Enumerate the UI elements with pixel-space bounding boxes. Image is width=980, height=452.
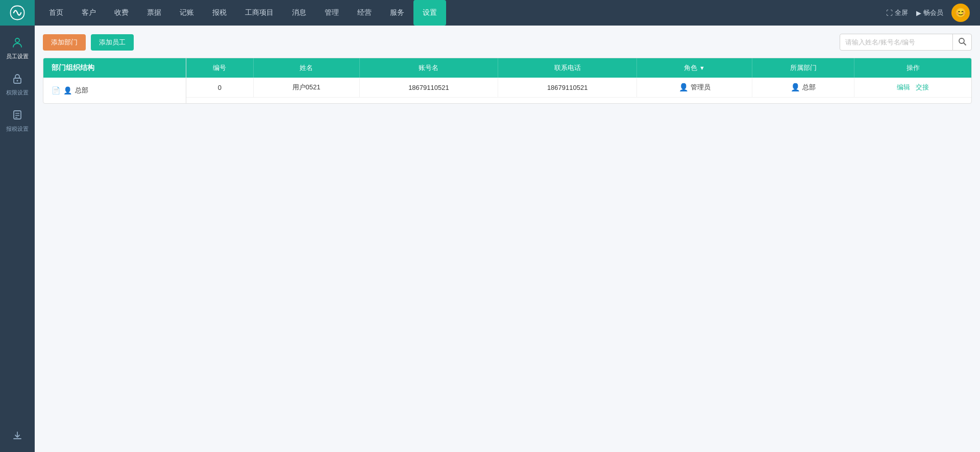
cell-name: 用户0521 [253,78,359,98]
table-row: 0 用户0521 18679110521 18679110521 👤 管理员 👤… [186,78,971,98]
nav-item-manage[interactable]: 管理 [315,0,348,26]
main-content: 添加部门 添加员工 部门组织结构 [35,26,980,452]
content-panel: 部门组织结构 📄 👤 总部 编号 姓名 账号名 [43,58,972,104]
cell-account: 18679110521 [359,78,498,98]
col-phone: 联系电话 [498,58,637,78]
cell-action: 编辑 交接 [854,78,971,98]
fullscreen-label: 全屏 [895,8,908,17]
nav-item-business[interactable]: 工商项目 [236,0,283,26]
search-button[interactable] [952,34,971,50]
sidebar-item-permission[interactable]: 权限设置 [0,67,35,101]
col-action: 操作 [854,58,971,78]
col-dept: 所属部门 [752,58,854,78]
nav-item-settings[interactable]: 设置 [413,0,446,26]
col-name: 姓名 [253,58,359,78]
nav-item-message[interactable]: 消息 [283,0,315,26]
sidebar-permission-label: 权限设置 [6,89,29,97]
dept-tree-body: 📄 👤 总部 [43,78,186,103]
role-user-icon: 👤 [679,83,689,92]
top-nav: 首页 客户 收费 票据 记账 报税 工商项目 消息 管理 经营 服务 设置 ⛶ … [0,0,980,26]
nav-item-bookkeeping[interactable]: 记账 [170,0,203,26]
role-name: 管理员 [691,83,710,92]
dept-name: 总部 [75,86,88,95]
employee-table: 编号 姓名 账号名 联系电话 角色 ▼ 所属部门 操作 [186,58,971,98]
col-account: 账号名 [359,58,498,78]
nav-item-fee[interactable]: 收费 [105,0,138,26]
vip-btn[interactable]: ▶ 畅会员 [916,8,943,17]
search-input[interactable] [840,35,952,49]
add-emp-button[interactable]: 添加员工 [91,34,134,51]
sidebar-item-employee[interactable]: 员工设置 [0,31,35,64]
svg-line-8 [964,43,966,45]
dept-name-cell: 总部 [802,83,816,92]
lock-icon [12,73,23,87]
nav-items: 首页 客户 收费 票据 记账 报税 工商项目 消息 管理 经营 服务 设置 [35,0,886,26]
svg-point-0 [15,38,19,42]
nav-item-service[interactable]: 服务 [381,0,413,26]
vip-icon: ▶ [916,9,921,17]
sidebar-employee-label: 员工设置 [6,53,29,60]
dept-tree-header: 部门组织结构 [43,58,186,78]
cell-dept: 👤 总部 [752,78,854,98]
add-dept-button[interactable]: 添加部门 [43,34,86,51]
handover-link[interactable]: 交接 [916,83,929,91]
tax-icon [12,109,23,123]
download-icon [12,430,23,443]
doc-icon: 📄 [52,86,60,94]
search-area [840,34,972,51]
emp-table-area: 编号 姓名 账号名 联系电话 角色 ▼ 所属部门 操作 [186,58,971,103]
search-icon [958,37,966,47]
nav-item-tax[interactable]: 报税 [203,0,236,26]
col-id: 编号 [186,58,253,78]
sidebar-item-taxsetting[interactable]: 报税设置 [0,103,35,137]
dept-user-icon: 👤 [791,83,800,92]
layout: 员工设置 权限设置 报税设置 [0,26,980,452]
avatar-icon: 😊 [955,7,966,18]
dept-tree-item-general[interactable]: 📄 👤 总部 [52,83,178,98]
cell-phone: 18679110521 [498,78,637,98]
sort-icon: ▼ [699,65,705,71]
sidebar-taxsetting-label: 报税设置 [6,125,29,133]
avatar[interactable]: 😊 [951,4,970,22]
fullscreen-btn[interactable]: ⛶ 全屏 [886,8,908,17]
cell-role: 👤 管理员 [637,78,752,98]
sidebar-bottom-btn[interactable] [0,424,35,447]
nav-item-customer[interactable]: 客户 [72,0,105,26]
toolbar: 添加部门 添加员工 [43,34,972,51]
dept-user-icon: 👤 [63,86,72,94]
edit-link[interactable]: 编辑 [897,83,910,91]
logo[interactable] [0,0,35,26]
svg-point-2 [17,80,18,82]
cell-id: 0 [186,78,253,98]
nav-item-home[interactable]: 首页 [40,0,72,26]
nav-item-bill[interactable]: 票据 [138,0,170,26]
nav-right: ⛶ 全屏 ▶ 畅会员 😊 [886,4,980,22]
fullscreen-icon: ⛶ [886,9,893,17]
col-role[interactable]: 角色 ▼ [637,58,752,78]
dept-tree: 部门组织结构 📄 👤 总部 [43,58,186,103]
nav-item-operation[interactable]: 经营 [348,0,381,26]
sidebar: 员工设置 权限设置 报税设置 [0,26,35,452]
employee-icon [12,37,23,51]
vip-label: 畅会员 [923,8,943,17]
